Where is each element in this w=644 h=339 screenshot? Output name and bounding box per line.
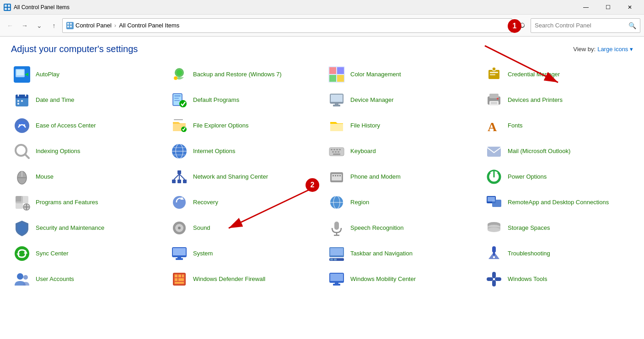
devicemgr-icon — [327, 91, 346, 109]
svg-rect-40 — [174, 100, 180, 101]
backup-icon — [170, 65, 188, 84]
recovery-label: Recovery — [193, 199, 218, 207]
datetime-icon — [13, 91, 31, 109]
maximize-button[interactable]: ☐ — [597, 0, 618, 15]
svg-rect-45 — [335, 103, 338, 105]
mail-icon — [485, 142, 503, 160]
devprinters-label: Devices and Printers — [508, 96, 563, 104]
svg-rect-144 — [175, 282, 184, 284]
search-box[interactable]: 🔍 — [531, 18, 640, 33]
control-panel-item-wfirewall[interactable]: Windows Defender Firewall — [165, 266, 322, 292]
control-panel-item-power[interactable]: Power Options — [479, 164, 637, 190]
control-panel-item-user[interactable]: User Accounts — [7, 266, 165, 292]
svg-rect-111 — [334, 222, 339, 230]
control-panel-item-devicemgr[interactable]: Device Manager — [322, 87, 479, 113]
svg-rect-82 — [183, 180, 187, 183]
control-panel-item-mouse[interactable]: Mouse — [7, 164, 165, 190]
phone-label: Phone and Modem — [350, 173, 401, 181]
control-panel-item-sync[interactable]: Sync Center — [7, 241, 165, 266]
svg-rect-26 — [490, 72, 498, 73]
control-panel-item-credential[interactable]: Credential Manager — [479, 62, 637, 87]
svg-rect-67 — [331, 149, 333, 150]
indexing-icon — [13, 142, 31, 160]
control-panel-item-datetime[interactable]: Date and Time — [7, 87, 165, 113]
up-button[interactable]: ↑ — [48, 19, 60, 32]
control-panel-item-speech[interactable]: Speech Recognition — [322, 215, 479, 241]
main-content: Adjust your computer's settings View by:… — [0, 37, 644, 339]
control-panel-item-wtools[interactable]: Windows Tools — [479, 266, 637, 292]
svg-point-18 — [177, 70, 182, 75]
svg-rect-124 — [176, 258, 183, 260]
network-label: Network and Sharing Center — [193, 173, 268, 181]
recent-button[interactable]: ⌄ — [33, 19, 46, 32]
taskbar-label: Taskbar and Navigation — [350, 250, 413, 258]
svg-rect-2 — [8, 5, 10, 7]
control-panel-item-network[interactable]: Network and Sharing Center — [165, 164, 322, 190]
refresh-button[interactable] — [516, 19, 529, 32]
control-panel-item-programs[interactable]: Programs and Features — [7, 190, 165, 215]
control-panel-item-security[interactable]: Security and Maintenance — [7, 215, 165, 241]
control-panel-item-wmobility[interactable]: Windows Mobility Center — [322, 266, 479, 292]
svg-rect-123 — [173, 248, 186, 255]
devprinters-icon — [485, 91, 503, 109]
control-panel-item-storage[interactable]: Storage Spaces — [479, 215, 637, 241]
control-panel-item-phone[interactable]: Phone and Modem — [322, 164, 479, 190]
mail-label: Mail (Microsoft Outlook) — [508, 148, 570, 155]
search-input[interactable] — [535, 22, 627, 29]
control-panel-item-remoteapp[interactable]: RemoteApp and Desktop Connections — [479, 190, 637, 215]
fonts-label: Fonts — [508, 122, 523, 130]
control-panel-item-default[interactable]: Default Programs — [165, 87, 322, 113]
address-bar[interactable]: Control Panel › All Control Panel Items — [62, 18, 512, 33]
breadcrumb-all-items[interactable]: All Control Panel Items — [119, 22, 179, 29]
control-panel-item-devprinters[interactable]: Devices and Printers — [479, 87, 637, 113]
svg-rect-139 — [175, 275, 177, 277]
control-panel-item-backup[interactable]: Backup and Restore (Windows 7) — [165, 62, 322, 87]
svg-rect-44 — [333, 105, 340, 106]
control-panel-item-internet[interactable]: Internet Options — [165, 138, 322, 164]
minimize-button[interactable]: — — [575, 0, 596, 15]
color-icon — [327, 65, 346, 84]
window-controls: — ☐ ✕ — [575, 0, 640, 15]
default-label: Default Programs — [193, 96, 239, 104]
wmobility-icon — [327, 270, 346, 288]
control-panel-item-fonts[interactable]: AFonts — [479, 113, 637, 138]
control-panel-item-sound[interactable]: Sound — [165, 215, 322, 241]
search-icon[interactable]: 🔍 — [628, 22, 636, 29]
control-panel-item-color[interactable]: Color Management — [322, 62, 479, 87]
backup-label: Backup and Restore (Windows 7) — [193, 71, 282, 79]
back-button[interactable]: ← — [4, 19, 16, 32]
control-panel-item-autoplay[interactable]: AutoPlay — [7, 62, 165, 87]
control-panel-item-indexing[interactable]: Indexing Options — [7, 138, 165, 164]
color-label: Color Management — [350, 71, 401, 79]
svg-rect-35 — [21, 100, 23, 102]
control-panel-item-system[interactable]: System — [165, 241, 322, 266]
control-panel-item-taskbar[interactable]: Taskbar and Navigation — [322, 241, 479, 266]
control-panel-item-recovery[interactable]: Recovery — [165, 190, 322, 215]
svg-rect-23 — [329, 75, 336, 82]
svg-rect-24 — [337, 75, 344, 82]
control-panel-item-region[interactable]: Region — [322, 190, 479, 215]
breadcrumb-control-panel[interactable]: Control Panel — [75, 22, 112, 29]
control-panel-item-fileexplorer[interactable]: File Explorer Options — [165, 113, 322, 138]
wtools-label: Windows Tools — [508, 275, 547, 283]
credential-icon — [485, 65, 503, 84]
control-panel-item-filehistory[interactable]: File History — [322, 113, 479, 138]
svg-rect-90 — [337, 175, 338, 176]
speech-label: Speech Recognition — [350, 224, 403, 232]
storage-icon — [485, 219, 503, 237]
control-panel-item-ease[interactable]: Ease of Access Center — [7, 113, 165, 138]
viewby-label: View by: — [573, 46, 596, 53]
autoplay-icon — [13, 65, 31, 84]
control-panel-item-troubleshoot[interactable]: Troubleshooting — [479, 241, 637, 266]
svg-rect-142 — [175, 278, 177, 281]
wtools-icon — [485, 270, 503, 288]
forward-button[interactable]: → — [18, 19, 31, 32]
control-panel-item-keyboard[interactable]: Keyboard — [322, 138, 479, 164]
close-button[interactable]: ✕ — [619, 0, 640, 15]
svg-rect-130 — [334, 259, 337, 260]
viewby-value[interactable]: Large icons ▾ — [597, 46, 633, 53]
recovery-icon — [170, 193, 188, 212]
svg-rect-72 — [335, 151, 337, 153]
troubleshoot-icon — [485, 244, 503, 263]
control-panel-item-mail[interactable]: Mail (Microsoft Outlook) — [479, 138, 637, 164]
